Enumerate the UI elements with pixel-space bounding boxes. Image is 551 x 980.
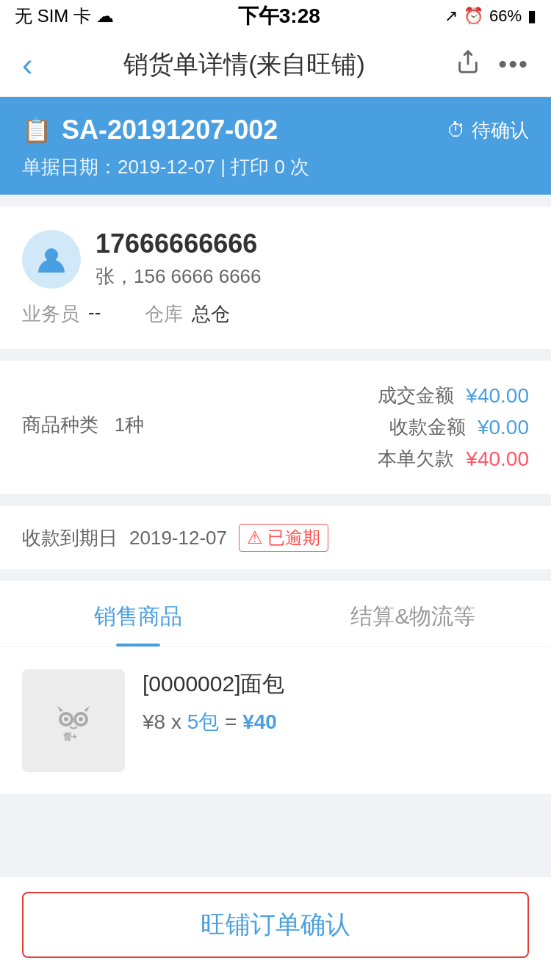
nav-actions: ••• xyxy=(455,49,529,80)
warehouse-value: 总仓 xyxy=(192,301,230,327)
payment-amount-row: 收款金额 ¥0.00 xyxy=(389,414,529,440)
deal-amount-value: ¥40.00 xyxy=(466,384,529,408)
warehouse-label: 仓库 xyxy=(145,301,183,327)
status-right: ↗ ⏰ 66% ▮ xyxy=(444,7,536,26)
customer-info: 17666666666 张，156 6666 6666 xyxy=(96,228,529,289)
price-text: ¥8 x xyxy=(143,710,181,733)
status-left: 无 SIM 卡 ☁ xyxy=(15,4,114,28)
sim-label: 无 SIM 卡 ☁ xyxy=(15,4,114,28)
battery-icon: ↗ xyxy=(444,7,458,26)
clock-icon: ⏱ xyxy=(447,119,466,142)
product-info: [0000002]面包 ¥8 x 5包 = ¥40 xyxy=(143,669,529,736)
salesperson-label: 业务员 xyxy=(22,301,79,327)
customer-name: 张，156 6666 6666 xyxy=(96,264,529,289)
product-qty: 5包 xyxy=(187,710,220,733)
tab-settlement-label: 结算&物流等 xyxy=(350,604,475,628)
tabs-section: 销售商品 结算&物流等 xyxy=(0,581,551,794)
order-id-text: SA-20191207-002 xyxy=(62,115,278,145)
payment-amount-label: 收款金额 xyxy=(389,414,466,440)
bottom-bar: 旺铺订单确认 xyxy=(0,876,551,980)
status-text: 待确认 xyxy=(472,118,529,143)
status-bar: 无 SIM 卡 ☁ 下午3:28 ↗ ⏰ 66% ▮ xyxy=(0,0,551,32)
warehouse-item: 仓库 总仓 xyxy=(145,301,230,327)
svg-text:督+: 督+ xyxy=(63,732,77,742)
product-price: ¥8 x 5包 = ¥40 xyxy=(143,708,529,736)
tabs-row: 销售商品 结算&物流等 xyxy=(0,581,551,647)
more-icon[interactable]: ••• xyxy=(498,50,529,79)
product-total: ¥40 xyxy=(242,710,277,733)
due-date-value: 2019-12-07 xyxy=(129,527,227,550)
alarm-icon: ⏰ xyxy=(464,7,483,26)
owed-amount-row: 本单欠款 ¥40.00 xyxy=(378,446,529,472)
summary-right: 成交金额 ¥40.00 收款金额 ¥0.00 本单欠款 ¥40.00 xyxy=(378,383,529,472)
product-types-label: 商品种类 xyxy=(22,414,98,436)
deal-amount-label: 成交金额 xyxy=(378,383,454,408)
page-title: 销货单详情(来自旺铺) xyxy=(123,48,365,82)
svg-point-6 xyxy=(79,717,83,721)
product-name: [0000002]面包 xyxy=(143,669,529,699)
nav-bar: ‹ 销货单详情(来自旺铺) ••• xyxy=(0,32,551,97)
order-status: ⏱ 待确认 xyxy=(447,118,529,143)
product-section: 督+ [0000002]面包 ¥8 x 5包 = ¥40 xyxy=(0,647,551,794)
overdue-text: 已逾期 xyxy=(267,526,320,550)
equals-sign: = xyxy=(225,710,237,733)
salesperson-item: 业务员 -- xyxy=(22,301,101,327)
overdue-badge: ⚠ 已逾期 xyxy=(239,524,328,552)
due-section: 收款到期日 2019-12-07 ⚠ 已逾期 xyxy=(0,505,551,569)
owed-amount-label: 本单欠款 xyxy=(378,446,454,472)
avatar xyxy=(22,230,81,289)
customer-section: 17666666666 张，156 6666 6666 业务员 -- 仓库 总仓 xyxy=(0,206,551,349)
battery-level: 66% xyxy=(489,7,522,26)
customer-meta: 业务员 -- 仓库 总仓 xyxy=(22,301,529,327)
back-button[interactable]: ‹ xyxy=(22,46,33,83)
owed-amount-value: ¥40.00 xyxy=(466,447,529,471)
salesperson-value: -- xyxy=(88,301,101,327)
confirm-button[interactable]: 旺铺订单确认 xyxy=(22,892,529,958)
product-types-item: 商品种类 1种 xyxy=(22,412,144,438)
summary-section: 商品种类 1种 成交金额 ¥40.00 收款金额 ¥0.00 本单欠款 ¥40.… xyxy=(0,361,551,494)
tab-sales-label: 销售商品 xyxy=(94,604,182,628)
tab-sales-product[interactable]: 销售商品 xyxy=(0,581,276,646)
customer-phone: 17666666666 xyxy=(96,228,529,259)
payment-amount-value: ¥0.00 xyxy=(478,416,529,439)
deal-amount-row: 成交金额 ¥40.00 xyxy=(378,383,529,408)
product-thumbnail: 督+ xyxy=(22,669,125,772)
battery-bar: ▮ xyxy=(527,7,536,26)
order-meta: 单据日期：2019-12-07 | 打印 0 次 xyxy=(22,154,529,180)
share-icon[interactable] xyxy=(455,49,480,80)
product-types-value: 1种 xyxy=(115,414,144,436)
warning-icon: ⚠ xyxy=(247,527,263,548)
order-id-row: 📋 SA-20191207-002 xyxy=(22,115,278,145)
svg-point-5 xyxy=(64,717,68,721)
status-time: 下午3:28 xyxy=(238,2,320,30)
order-header: 📋 SA-20191207-002 ⏱ 待确认 单据日期：2019-12-07 … xyxy=(0,97,551,195)
order-icon: 📋 xyxy=(22,116,51,144)
summary-left: 商品种类 1种 xyxy=(22,383,144,472)
due-date-label: 收款到期日 xyxy=(22,525,118,551)
product-item: 督+ [0000002]面包 ¥8 x 5包 = ¥40 xyxy=(22,669,529,772)
tab-settlement[interactable]: 结算&物流等 xyxy=(276,581,551,646)
